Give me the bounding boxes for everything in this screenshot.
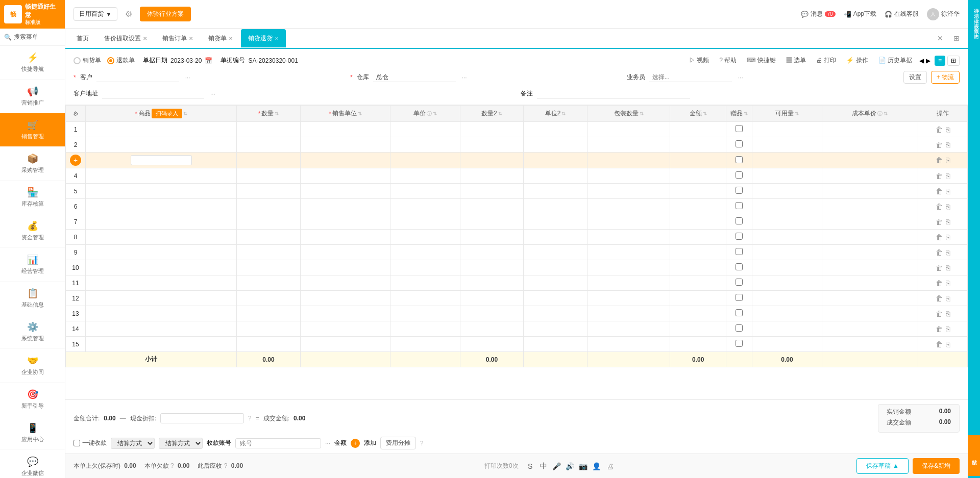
sort-icon[interactable]: ⇅ (640, 111, 644, 116)
sort-icon[interactable]: ⇅ (358, 111, 362, 116)
right-panel-report[interactable]: 报表 (968, 17, 979, 21)
add-row-button[interactable]: + (70, 155, 81, 166)
tool-icon-1[interactable]: S (525, 461, 536, 472)
settlement-method-select[interactable]: 结算方式 (111, 438, 155, 449)
add-payment-button[interactable]: + (351, 439, 360, 448)
grid-view-btn[interactable]: ≡ (935, 56, 945, 66)
copy-row-icon[interactable]: ⎘ (946, 340, 950, 348)
copy-row-icon[interactable]: ⎘ (946, 203, 950, 211)
sidebar-item-quick-nav[interactable]: ⚡ 快捷导航 (0, 46, 65, 80)
sort-icon[interactable]: ⇅ (795, 111, 799, 116)
delete-row-icon[interactable]: 🗑 (936, 233, 943, 241)
right-panel-favorite[interactable]: 收藏 (968, 22, 979, 27)
sidebar-item-wechat[interactable]: 💬 企业微信 (0, 450, 65, 478)
toolbar-select-btn[interactable]: ☰ 选单 (783, 55, 809, 66)
toolbar-help-btn[interactable]: ? 帮助 (716, 55, 740, 66)
discount-input[interactable] (160, 413, 244, 423)
tab-sales-slip[interactable]: 销货单 ✕ (201, 29, 240, 47)
delete-row-icon[interactable]: 🗑 (936, 203, 943, 211)
toolbar-shortcut-btn[interactable]: ⌨ 快捷键 (744, 55, 778, 66)
address-select-icon[interactable]: ··· (210, 90, 215, 97)
save-new-button[interactable]: 保存&新增 (913, 458, 960, 474)
product-input[interactable] (131, 155, 192, 165)
sort-icon[interactable]: ⇅ (498, 111, 502, 116)
sidebar-item-inventory[interactable]: 🏪 库存核算 (0, 181, 65, 214)
sidebar-item-purchase[interactable]: 📦 采购管理 (0, 147, 65, 181)
tab-close-icon[interactable]: ✕ (143, 36, 147, 41)
salesperson-input[interactable] (649, 72, 732, 82)
next-page-icon[interactable]: ▶ (926, 57, 930, 64)
calc-method-select[interactable]: 结算方式 (159, 438, 203, 449)
message-button[interactable]: 💬 消息 70 (801, 10, 836, 18)
delete-row-icon[interactable]: 🗑 (936, 279, 943, 287)
prev-page-icon[interactable]: ◀ (919, 57, 924, 64)
calendar-icon[interactable]: 📅 (205, 57, 212, 64)
toolbar-history-btn[interactable]: 📄 历史单据 (875, 55, 915, 66)
tab-sales-return[interactable]: 销货退货 ✕ (241, 29, 286, 47)
warehouse-input[interactable] (373, 72, 456, 82)
gift-checkbox[interactable] (736, 202, 743, 209)
copy-row-icon[interactable]: ⎘ (946, 310, 950, 318)
delete-row-icon[interactable]: 🗑 (936, 310, 943, 318)
copy-row-icon[interactable]: ⎘ (946, 218, 950, 226)
right-panel-paste[interactable]: 粘贴板 (968, 435, 980, 476)
info-icon[interactable]: ⓘ (877, 110, 883, 117)
gift-checkbox[interactable] (736, 340, 743, 347)
tool-icon-7[interactable]: 🖨 (604, 461, 616, 472)
online-service-button[interactable]: 🎧 在线客服 (885, 10, 919, 18)
delete-row-icon[interactable]: 🗑 (936, 248, 943, 257)
fee-split-button[interactable]: 费用分摊 (380, 437, 416, 449)
experience-button[interactable]: 体验行业方案 (140, 7, 191, 21)
info-icon[interactable]: ⓘ (427, 110, 432, 117)
gift-checkbox[interactable] (736, 171, 743, 179)
tab-sales-order[interactable]: 销售订单 ✕ (155, 29, 200, 47)
gift-checkbox[interactable] (736, 156, 743, 163)
sort-icon[interactable]: ⇅ (433, 111, 437, 116)
delete-row-icon[interactable]: 🗑 (936, 218, 943, 226)
sort-icon[interactable]: ⇅ (561, 111, 566, 116)
scan-input-button[interactable]: 扫码录入 (152, 109, 182, 118)
close-tab-button[interactable]: ✕ (933, 31, 947, 45)
copy-row-icon[interactable]: ⎘ (946, 233, 950, 241)
copy-row-icon[interactable]: ⎘ (946, 172, 950, 180)
gift-checkbox[interactable] (736, 140, 743, 147)
one-click-pay-check[interactable] (74, 440, 80, 446)
copy-row-icon[interactable]: ⎘ (946, 248, 950, 257)
gift-checkbox[interactable] (736, 324, 743, 332)
copy-row-icon[interactable]: ⎘ (946, 141, 950, 149)
sidebar-item-new-guide[interactable]: 🎯 新手引导 (0, 383, 65, 416)
right-panel-history[interactable]: 历史 (968, 28, 979, 32)
tab-close-icon[interactable]: ✕ (229, 36, 233, 41)
help-circle-icon[interactable]: ? (248, 415, 252, 422)
gift-checkbox[interactable] (736, 279, 743, 286)
tool-icon-5[interactable]: 📷 (578, 461, 589, 472)
topbar-gear-button[interactable]: ⚙ (121, 7, 136, 21)
set-button[interactable]: 设置 (903, 71, 927, 84)
address-input[interactable] (102, 89, 204, 98)
customer-select-icon[interactable]: ··· (185, 74, 190, 81)
salesperson-select-icon[interactable]: ··· (738, 74, 743, 81)
sidebar-item-operations[interactable]: 📊 经营管理 (0, 248, 65, 282)
delete-row-icon[interactable]: 🗑 (936, 340, 943, 348)
tab-home[interactable]: 首页 (69, 29, 96, 47)
toolbar-print-btn[interactable]: 🖨 打印 (813, 55, 839, 66)
gift-checkbox[interactable] (736, 187, 743, 194)
delete-row-icon[interactable]: 🗑 (936, 156, 943, 164)
tab-close-icon[interactable]: ✕ (275, 36, 279, 41)
delete-row-icon[interactable]: 🗑 (936, 325, 943, 333)
sidebar-item-basic-info[interactable]: 📋 基础信息 (0, 282, 65, 315)
gift-checkbox[interactable] (736, 125, 743, 132)
list-view-btn[interactable]: ⊞ (947, 56, 960, 66)
help-icon[interactable]: ? (170, 462, 174, 469)
sort-icon[interactable]: ⇅ (744, 111, 748, 116)
save-draft-button[interactable]: 保存草稿 ▲ (856, 458, 909, 474)
copy-row-icon[interactable]: ⎘ (946, 325, 950, 333)
gift-checkbox[interactable] (736, 294, 743, 301)
copy-row-icon[interactable]: ⎘ (946, 125, 950, 134)
delete-row-icon[interactable]: 🗑 (936, 264, 943, 272)
copy-row-icon[interactable]: ⎘ (946, 187, 950, 195)
sidebar-item-enterprise[interactable]: 🤝 企业协同 (0, 349, 65, 383)
copy-row-icon[interactable]: ⎘ (946, 156, 950, 164)
help-icon[interactable]: ? (224, 462, 228, 469)
copy-row-icon[interactable]: ⎘ (946, 264, 950, 272)
